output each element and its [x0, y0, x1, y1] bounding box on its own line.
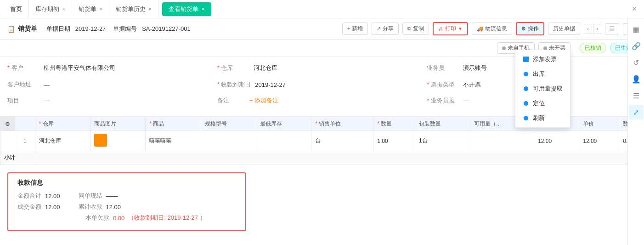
col-product: * 商品: [146, 117, 201, 131]
sidebar-link-button[interactable]: 🔗: [629, 39, 644, 53]
row-spec: [201, 131, 256, 151]
add-note-button[interactable]: 添加备注: [249, 97, 278, 105]
outbound-icon: [523, 71, 529, 77]
project-value[interactable]: —: [40, 96, 95, 105]
col-product-img: 商品图片: [90, 117, 146, 131]
doc-type-title: 销货单: [18, 25, 37, 33]
payment-box: 收款信息 金额合计 12.00 同单现结 —— 成交金额 12.00 累计收款: [7, 172, 246, 231]
next-record-button[interactable]: ›: [593, 24, 601, 34]
col-unit: * 销售单位: [311, 117, 373, 131]
staff-value[interactable]: 演示账号: [459, 63, 514, 74]
note-field: 备注 添加备注: [217, 97, 427, 105]
dropdown-add-invoice[interactable]: 添加发票: [515, 52, 570, 67]
tab-sales-close[interactable]: ×: [99, 6, 102, 12]
share-button[interactable]: ↗ 分享: [372, 23, 399, 35]
col-min-stock: 最低库存: [256, 117, 311, 131]
tab-inventory-label: 库存期初: [35, 5, 59, 13]
logistics-button[interactable]: 🚚 物流信息: [472, 23, 512, 35]
print-button-label: 打印: [445, 25, 456, 33]
doc-date-field: 单据日期 2019-12-27: [46, 25, 106, 33]
circle-icon-avail: [524, 86, 528, 91]
sidebar-rotate-button[interactable]: ↺: [629, 55, 644, 70]
tab-sales-label: 销货单: [79, 5, 96, 13]
new-button[interactable]: + 新增: [342, 23, 368, 35]
dropdown-outbound[interactable]: 出库: [515, 67, 570, 81]
history-button-label: 历史单据: [553, 25, 575, 33]
doc-type-icon: 📋: [7, 25, 15, 33]
total-amount-value: 12.00: [45, 193, 60, 199]
row-unit-price: 12.00: [579, 131, 619, 151]
tab-home[interactable]: 首页: [4, 0, 29, 18]
actual-amount-value: 12.00: [45, 204, 60, 211]
warehouse-label: 仓库: [217, 64, 249, 72]
cumulative-label: 累计收款: [79, 203, 102, 211]
col-gear[interactable]: ⚙: [0, 117, 15, 131]
row-num: 1: [15, 131, 35, 151]
tab-view-close[interactable]: ×: [201, 6, 205, 12]
payment-row-1: 金额合计 12.00 同单现结 ——: [17, 192, 236, 200]
locate-icon: [523, 100, 529, 107]
history-button[interactable]: 历史单据: [548, 23, 580, 35]
grid-view-button[interactable]: ☰: [605, 23, 619, 34]
copy-button[interactable]: ⧉ 复制: [402, 23, 429, 35]
address-value[interactable]: —: [40, 80, 95, 90]
project-field: 项目 —: [7, 96, 217, 105]
refresh-icon: [523, 115, 529, 121]
doc-number-field: 单据编号 SA-20191227-001: [113, 25, 190, 33]
product-image: [94, 134, 107, 147]
dropdown-locate[interactable]: 定位: [515, 96, 570, 111]
confirm-badge: [574, 45, 576, 51]
right-sidebar: ▦ 🔗 ↺ 👤 ☰ ⤢: [627, 18, 644, 245]
balance-value: 0.00: [113, 215, 124, 222]
tab-sales-history[interactable]: 销货单历史 ×: [109, 0, 158, 18]
locate-label: 定位: [533, 99, 545, 108]
col-pack-qty: 包装数量: [415, 117, 470, 131]
subtotal-data-cell: [35, 151, 644, 165]
tab-inventory-init[interactable]: 库存期初 ×: [29, 0, 72, 18]
subtotal-row: 小计: [0, 151, 644, 165]
same-order-label: 同单现结: [79, 192, 102, 200]
refresh-label: 刷新: [533, 114, 545, 122]
sidebar-list-button[interactable]: ☰: [629, 88, 644, 103]
doc-number-label: 单据编号: [113, 25, 137, 32]
due-date-value[interactable]: 2019-12-27: [251, 80, 306, 90]
subtotal-label-cell: 小计: [0, 151, 35, 165]
phone-dot-icon: [502, 46, 506, 50]
tab-home-label: 首页: [10, 5, 22, 13]
sidebar-layout-button[interactable]: ▦: [629, 22, 644, 37]
payment-row-3: 本单欠款 0.00 （收款到期日: 2019-12-27 ）: [17, 214, 236, 222]
warehouse-value[interactable]: 河北仓库: [249, 63, 305, 74]
circle-icon-refresh: [524, 116, 528, 120]
balance-label: 本单欠款: [85, 214, 109, 222]
dropdown-refresh[interactable]: 刷新: [515, 111, 570, 125]
staff2-value[interactable]: —: [459, 96, 514, 105]
ticket-type-value[interactable]: 不开票: [459, 79, 514, 90]
doc-header: 📋 销货单 单据日期 2019-12-27 单据编号 SA-20191227-0…: [0, 18, 644, 40]
window-close-button[interactable]: ×: [628, 4, 640, 14]
tab-view-label: 查看销货单: [169, 5, 198, 13]
row-qty: 1.00: [373, 131, 415, 151]
ticket-type-label: 票据类型: [427, 80, 459, 89]
tab-sales-order[interactable]: 销货单 ×: [72, 0, 109, 18]
tab-inventory-close[interactable]: ×: [62, 6, 65, 12]
ops-dropdown-menu: 添加发票 出库 可用量提取 定位 刷新: [515, 50, 571, 128]
tab-history-close[interactable]: ×: [148, 6, 152, 12]
customer-field: 客户 柳州粤港平安气体有限公司: [7, 63, 217, 74]
ops-button-label: 操作: [528, 25, 539, 33]
print-button[interactable]: 🖨 打印 ▼: [433, 22, 468, 35]
prev-record-button[interactable]: ‹: [584, 24, 592, 34]
due-date-label: 收款到期日: [217, 80, 251, 89]
row-pack-qty: 1台: [415, 131, 470, 151]
row-available: [470, 131, 534, 151]
customer-value[interactable]: 柳州粤港平安气体有限公司: [40, 63, 119, 74]
actual-amount-label: 成交金额: [17, 203, 41, 211]
col-spec: 规格型号: [201, 117, 256, 131]
payment-section: 收款信息 金额合计 12.00 同单现结 —— 成交金额 12.00 累计收款: [0, 165, 644, 235]
ops-button[interactable]: ⚙ 操作: [516, 22, 544, 35]
tab-view-sales[interactable]: 查看销货单 ×: [162, 2, 211, 16]
sidebar-person-button[interactable]: 👤: [629, 72, 644, 86]
same-order-item: 同单现结 ——: [79, 192, 118, 200]
dropdown-available-qty[interactable]: 可用量提取: [515, 81, 570, 96]
sidebar-expand-button[interactable]: ⤢: [629, 105, 644, 120]
table-row: 1 河北仓库 嘻嘻嘻嘻 台 1.00 1台 12.00 12.00 0.: [0, 131, 644, 151]
